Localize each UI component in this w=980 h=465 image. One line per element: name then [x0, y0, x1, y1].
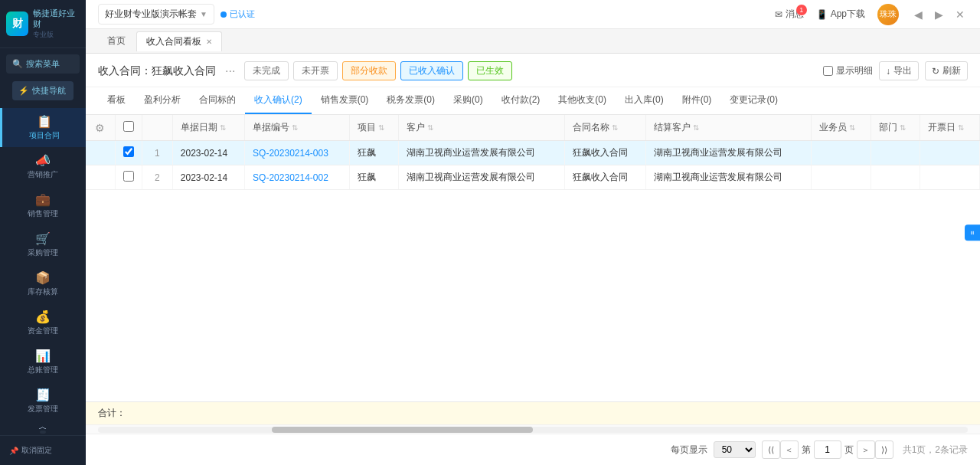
next-page-button[interactable]: ＞ — [857, 440, 875, 459]
row-docno-link[interactable]: SQ-20230214-002 — [253, 172, 328, 183]
sidebar-item-sales[interactable]: 💼 销售管理 — [0, 186, 86, 225]
sidebar-label-purchase: 采购管理 — [28, 247, 58, 258]
window-back-button[interactable]: ◀ — [911, 7, 926, 22]
sidebar-item-marketing[interactable]: 📣 营销推广 — [0, 147, 86, 186]
sidebar-item-capital[interactable]: 💰 资金管理 — [0, 303, 86, 342]
table-row[interactable]: 2 2023-02-14 SQ-20230214-002 狂飙 湖南卫视商业运营… — [86, 165, 980, 190]
export-button[interactable]: ↓ 导出 — [879, 61, 919, 80]
status-btn-1[interactable]: 未开票 — [293, 61, 338, 80]
quick-nav-button[interactable]: ⚡ 快捷导航 — [12, 81, 74, 100]
sort-salesperson-icon[interactable]: ⇅ — [849, 123, 855, 132]
table-footer: 合计： — [86, 401, 980, 424]
row-closing-customer: 湖南卫视商业运营发展有限公司 — [645, 141, 811, 165]
status-btn-2[interactable]: 部分收款 — [342, 61, 396, 80]
window-forward-button[interactable]: ▶ — [932, 7, 946, 22]
tab-nav-attachment[interactable]: 附件(0) — [673, 87, 721, 114]
sort-opendate-icon[interactable]: ⇅ — [958, 123, 964, 132]
tab-nav-payment[interactable]: 收付款(2) — [492, 87, 550, 114]
tab-nav-change-log[interactable]: 变更记录(0) — [720, 87, 787, 114]
row-checkbox-cell — [115, 141, 142, 165]
tab-bar: 首页收入合同看板✕ — [86, 29, 980, 54]
tab-nav-profit[interactable]: 盈利分析 — [135, 87, 190, 114]
tab-nav-contract-std[interactable]: 合同标的 — [190, 87, 245, 114]
tab-label-income-contract: 收入合同看板 — [146, 35, 201, 48]
show-detail-checkbox-input[interactable] — [823, 66, 833, 76]
per-page-select[interactable]: 2050100 — [714, 441, 756, 458]
right-panel-toggle[interactable]: ≡ — [965, 224, 980, 241]
status-btn-0[interactable]: 未完成 — [244, 61, 289, 80]
row-settings-cell — [86, 141, 115, 165]
row-date: 2023-02-14 — [172, 165, 244, 190]
row-docno-link[interactable]: SQ-20230214-003 — [253, 148, 328, 159]
row-customer: 湖南卫视商业运营发展有限公司 — [399, 141, 564, 165]
tab-nav-purchase[interactable]: 采购(0) — [444, 87, 492, 114]
prev-page-button[interactable]: ＜ — [780, 440, 799, 459]
header-left: 好业财专业版演示帐套 ▼ 已认证 — [98, 4, 255, 25]
select-all-checkbox[interactable] — [123, 121, 134, 132]
sort-department-icon[interactable]: ⇅ — [900, 123, 906, 132]
window-controls: ◀ ▶ ✕ — [911, 7, 968, 22]
user-avatar: 珠珠 — [877, 4, 899, 25]
status-btn-4[interactable]: 已生效 — [468, 61, 512, 80]
sidebar-label-capital: 资金管理 — [28, 326, 58, 336]
sort-date-icon[interactable]: ⇅ — [220, 123, 226, 132]
row-checkbox-input[interactable] — [123, 171, 134, 182]
row-project: 狂飙 — [350, 141, 399, 165]
sidebar-search-area: 🔍 搜索菜单 — [0, 48, 86, 80]
app-name: 畅捷通好业财 — [33, 8, 80, 30]
row-contract-name: 狂飙收入合同 — [564, 165, 645, 190]
user-avatar-button[interactable]: 珠珠 — [877, 4, 899, 25]
window-close-button[interactable]: ✕ — [952, 7, 968, 22]
more-options-button[interactable]: ··· — [225, 64, 235, 78]
sidebar-label-project-contract: 项目合同 — [29, 130, 60, 141]
row-open-date — [920, 165, 980, 190]
sort-customer-icon[interactable]: ⇅ — [427, 123, 433, 132]
sort-contractname-icon[interactable]: ⇅ — [612, 123, 618, 132]
sort-docno-icon[interactable]: ⇅ — [292, 123, 298, 132]
page-number-input[interactable] — [814, 440, 841, 459]
sidebar-item-tax[interactable]: 🏛 税务管理 — [0, 421, 86, 429]
sidebar-item-project-contract[interactable]: 📋 项目合同 — [0, 108, 86, 147]
certified-badge: 已认证 — [220, 8, 255, 20]
company-selector-button[interactable]: 好业财专业版演示帐套 ▼ — [98, 4, 214, 25]
row-checkbox-input[interactable] — [123, 146, 134, 157]
table-row[interactable]: 1 2023-02-14 SQ-20230214-003 狂飙 湖南卫视商业运营… — [86, 141, 980, 165]
tab-close-income-contract[interactable]: ✕ — [206, 38, 212, 46]
show-detail-toggle[interactable]: 显示明细 — [823, 64, 873, 77]
app-download-icon: 📱 — [816, 9, 828, 20]
sidebar-item-inventory[interactable]: 📦 库存核算 — [0, 264, 86, 303]
tab-nav-sales-invoice[interactable]: 销售发票(0) — [312, 87, 378, 114]
sidebar-scroll-hint — [0, 429, 86, 435]
row-settings-cell — [86, 165, 115, 190]
sidebar-label-invoice: 发票管理 — [28, 404, 58, 414]
sidebar-label-general: 总账管理 — [28, 365, 58, 375]
sidebar-icon-general: 📊 — [35, 349, 51, 363]
refresh-button[interactable]: ↻ 刷新 — [925, 61, 968, 80]
sidebar-item-general[interactable]: 📊 总账管理 — [0, 342, 86, 381]
tab-nav-other-income[interactable]: 其他收支(0) — [549, 87, 616, 114]
app-download-button[interactable]: 📱 App下载 — [816, 8, 865, 21]
page-label-before: 第 — [802, 444, 811, 457]
tab-nav-kanban[interactable]: 看板 — [98, 87, 135, 114]
tab-nav-tax-invoice[interactable]: 税务发票(0) — [377, 87, 444, 114]
sidebar-icon-invoice: 🧾 — [35, 388, 51, 402]
first-page-button[interactable]: ⟨⟨ — [762, 440, 780, 459]
scrollbar-thumb[interactable] — [272, 427, 533, 433]
sort-closingcustomer-icon[interactable]: ⇅ — [693, 123, 699, 132]
last-page-button[interactable]: ⟩⟩ — [875, 440, 893, 459]
pin-icon: 📌 — [9, 447, 18, 455]
sidebar-item-purchase[interactable]: 🛒 采购管理 — [0, 225, 86, 264]
message-button[interactable]: ✉ 1 消息 — [775, 8, 804, 21]
status-btn-3[interactable]: 已收入确认 — [400, 61, 463, 80]
tab-nav-warehouse[interactable]: 出入库(0) — [616, 87, 673, 114]
table-container[interactable]: ⚙ 单据日期⇅ 单据编号⇅ 项目⇅ — [86, 115, 980, 401]
table-settings-icon[interactable]: ⚙ — [95, 122, 105, 134]
tab-income-contract[interactable]: 收入合同看板✕ — [136, 31, 222, 51]
horizontal-scrollbar[interactable] — [86, 424, 980, 434]
sort-project-icon[interactable]: ⇅ — [378, 123, 384, 132]
tab-home[interactable]: 首页 — [98, 31, 135, 51]
search-menu-button[interactable]: 🔍 搜索菜单 — [6, 54, 80, 74]
unpin-button[interactable]: 📌 取消固定 — [6, 442, 80, 459]
tab-nav-income-confirm[interactable]: 收入确认(2) — [245, 87, 312, 114]
sidebar-item-invoice[interactable]: 🧾 发票管理 — [0, 381, 86, 421]
